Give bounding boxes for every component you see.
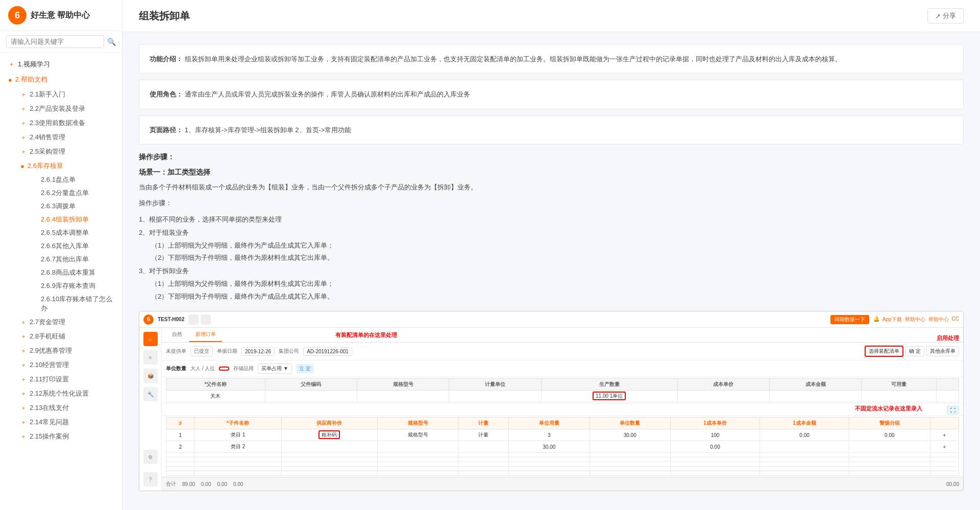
expand-icon: ＋ (20, 148, 27, 156)
user-role-label: 使用角色： (150, 90, 183, 98)
search-icon[interactable]: 🔍 (107, 38, 116, 46)
ss-bottom-bar: 合计 89.00 0.00 0.00 0.00 00.00 (162, 477, 963, 491)
sidebar-item-case[interactable]: ＋ 2.15操作案例 (14, 429, 122, 444)
ss-assembly-list-btn[interactable]: 选择装配清单 (865, 346, 903, 357)
nav-child-label: 2.1新手入门 (30, 90, 65, 99)
assembly-step-2: （2）下部明细为子件明细，最终作为原材料生成其它出库单。 (151, 252, 964, 264)
sidebar-item-ledger-query[interactable]: 2.6.9库存账本查询 (20, 279, 122, 293)
ss-app-logo: 6 (143, 314, 154, 325)
ss-main: 自然 新增订单 未提供单 已提交 单据日期 2019-12-26 集团公司 AD… (162, 328, 963, 491)
sidebar-section-label: 1.视频学习 (18, 60, 50, 69)
ss-sub-col-unit: 计量 (458, 418, 509, 429)
sidebar-item-video[interactable]: ＋ 1.视频学习 (0, 57, 122, 72)
sidebar-item-payment[interactable]: ＋ 2.13在线支付 (14, 401, 122, 415)
sidebar-item-beginner[interactable]: ＋ 2.1新手入门 (14, 87, 122, 102)
ss-col-spec: 规格型号 (357, 379, 449, 391)
ss-sidebar-icon1: ≡ (143, 350, 158, 365)
sidebar-item-other-out[interactable]: 2.6.7其他出库单 (20, 253, 122, 266)
sidebar-item-stocktake[interactable]: 2.6.1盘点单 (20, 173, 122, 186)
nav-child-label: 2.8手机旺铺 (30, 332, 65, 341)
sidebar-item-docs[interactable]: ● 2.帮助文档 (0, 72, 122, 87)
app-logo: 6 (8, 6, 27, 25)
ss-sub-col-unit-usage: 单位用量 (509, 418, 590, 429)
function-intro-block: 功能介绍： 组装拆卸单用来处理企业组装或拆卸等加工业务，支持有固定装配清单的产品… (139, 44, 964, 74)
search-input[interactable] (6, 35, 104, 48)
ss-cell-code (265, 391, 357, 402)
search-box[interactable]: 🔍 (0, 31, 122, 53)
steps-label: 操作步骤： (139, 197, 964, 210)
ss-tab-natural[interactable]: 自然 (166, 328, 188, 342)
nav-child-label: 2.3使用前数据准备 (30, 118, 85, 128)
ss-col-cost-amount: 成本金额 (769, 379, 861, 391)
ss-sub-col-spec: 规格型号 (377, 418, 458, 429)
main-header: 组装拆卸单 ↗ 分享 (122, 0, 980, 32)
path-label: 页面路径： (150, 126, 183, 134)
ss-sub-col-cost2: 1成本金额 (760, 418, 849, 429)
ss-qty-input-red[interactable]: 11.00 1单位 (593, 392, 626, 400)
sidebar-item-data-prep[interactable]: ＋ 2.3使用前数据准备 (14, 116, 122, 130)
sidebar-item-sales[interactable]: ＋ 2.4销售管理 (14, 130, 122, 144)
sidebar-item-partial-stocktake[interactable]: 2.6.2分量盘点单 (20, 186, 122, 200)
ss-type-helper: 存储品用 (233, 365, 254, 372)
function-intro-label: 功能介绍： (150, 55, 183, 63)
table-row: 2 类目 2 30.00 0.00 (166, 441, 959, 453)
ss-cell-qty: 11.00 1单位 (541, 391, 677, 402)
ss-type-dropdown[interactable]: 买单占用 ▼ (258, 363, 292, 374)
ss-expand-icon[interactable]: ⛶ (947, 406, 959, 415)
sidebar-item-assembly[interactable]: 2.6.4组装拆卸单 (20, 213, 122, 226)
ss-nav-btn1 (188, 314, 199, 325)
sidebar-item-ops[interactable]: ＋ 2.10经营管理 (14, 358, 122, 372)
expand-icon: ＋ (20, 318, 27, 327)
sidebar-item-install[interactable]: ＋ 2.2产品安装及登录 (14, 102, 122, 116)
sidebar-item-mobile[interactable]: ＋ 2.8手机旺铺 (14, 329, 122, 344)
ss-cell-unit (449, 391, 541, 402)
nav-child-label: 2.15操作案例 (30, 432, 69, 441)
collapse-icon: ● (8, 76, 12, 84)
table-row (166, 471, 959, 476)
sidebar-item-ledger-error[interactable]: 2.6.10库存账本错了怎么办 (20, 293, 122, 315)
sidebar-item-other-in[interactable]: 2.6.6其他入库单 (20, 239, 122, 253)
ss-production-type: 单位数量 (166, 365, 186, 372)
ss-type-input-red[interactable] (219, 367, 229, 371)
collapse-icon: ● (20, 162, 24, 170)
ss-sub-col-ops (930, 418, 959, 429)
sidebar-item-transfer[interactable]: 2.6.3调拨单 (20, 200, 122, 213)
ss-sidebar-bottom1: ⚙ (143, 450, 158, 464)
ss-apply-btn[interactable]: 立 定 (296, 364, 314, 373)
sidebar-item-cost-adjust[interactable]: 2.6.5成本调整单 (20, 226, 122, 239)
sidebar-item-cost-recalc[interactable]: 2.6.8商品成本重算 (20, 266, 122, 279)
ss-sub-col-cost1: 1成本单价 (670, 418, 760, 429)
ss-total-val4: 0.00 (233, 481, 243, 487)
ss-cancel-btn[interactable]: 其他余库单 (926, 346, 959, 356)
sidebar-item-finance[interactable]: ＋ 2.7资金管理 (14, 315, 122, 329)
ss-sub-col-seq: # (166, 418, 194, 429)
ss-sub-col-unit-qty: 单位数量 (590, 418, 670, 429)
ss-tab-new-order[interactable]: 新增订单 (189, 328, 222, 342)
sidebar-item-faq[interactable]: ＋ 2.14常见问题 (14, 415, 122, 429)
sidebar-item-coupon[interactable]: ＋ 2.9优惠券管理 (14, 344, 122, 358)
sidebar-item-purchase[interactable]: ＋ 2.5采购管理 (14, 144, 122, 159)
ss-order-label: 集团公司 (279, 348, 299, 355)
ss-sidebar-icon2: 📦 (143, 369, 158, 383)
ss-sub-code-red[interactable]: 粗补码 (318, 430, 340, 439)
sidebar-item-print[interactable]: ＋ 2.11打印设置 (14, 372, 122, 386)
nav-child-label: 2.9优惠券管理 (30, 346, 72, 355)
content-area: 功能介绍： 组装拆卸单用来处理企业组装或拆卸等加工业务，支持有固定装配清单的产品… (122, 32, 980, 510)
share-button[interactable]: ↗ 分享 (927, 8, 964, 23)
ss-top-icons: 🔔 App下载 帮助中心 帮助中心 CC (873, 316, 959, 323)
ss-confirm-btn[interactable]: 确 定 (905, 346, 924, 356)
step-2: 2、对于组装业务 (139, 226, 964, 239)
ss-type-row: 单位数量 大人 / 人位 存储品用 买单占用 ▼ 立 定 组装业务、拆卸业务在这… (162, 360, 963, 377)
sidebar-item-custom[interactable]: ＋ 2.12系统个性化设置 (14, 386, 122, 401)
table-row (166, 467, 959, 471)
ss-total-val1: 89.00 (182, 481, 195, 487)
ss-tabs: 自然 新增订单 (162, 328, 963, 343)
ss-col-unit: 计量单位 (449, 379, 541, 391)
nav-child-label: 2.4销售管理 (30, 133, 65, 142)
ss-cell-actions (936, 391, 959, 402)
ss-form-bar: 未提供单 已提交 单据日期 2019-12-26 集团公司 AD-2019122… (162, 343, 963, 360)
path-text: 1、库存核算->库存管理->组装拆卸单 2、首页->常用功能 (185, 126, 352, 134)
expand-icon: ＋ (20, 347, 27, 355)
sidebar-item-inventory[interactable]: ● 2.6库存核算 (14, 159, 122, 173)
ss-right-controls: 选择装配清单 确 定 其他余库单 启用处理 (865, 346, 959, 357)
